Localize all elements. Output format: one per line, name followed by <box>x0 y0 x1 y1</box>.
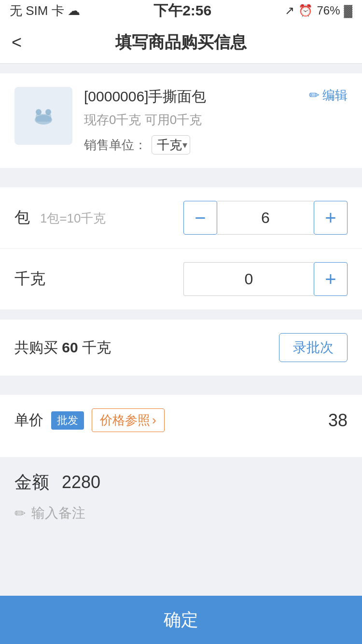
package-control: − + <box>183 201 348 235</box>
price-ref-button[interactable]: 价格参照 › <box>92 408 165 432</box>
content-spacer <box>0 532 362 596</box>
back-button[interactable]: < <box>12 32 22 53</box>
package-hint: 1包=10千克 <box>40 211 106 225</box>
status-bar: 无 SIM 卡 ☁ 下午2:56 ↗ ⏰ 76% ▓ <box>0 0 362 21</box>
status-time: 下午2:56 <box>153 1 211 21</box>
summary-section: 共购买 60 千克 录批次 <box>0 320 362 376</box>
alarm-icon: ⏰ <box>298 4 313 17</box>
status-right: ↗ ⏰ 76% ▓ <box>285 4 352 17</box>
summary-amount: 60 <box>62 339 78 355</box>
divider2 <box>0 376 362 385</box>
divider1 <box>0 168 362 178</box>
edit-icon: ✏ <box>309 88 320 103</box>
product-unit: 销售单位： 千克 包 <box>84 135 348 154</box>
product-stock: 现存0千克 可用0千克 <box>84 112 348 128</box>
page-title: 填写商品购买信息 <box>115 31 247 54</box>
kg-control: + <box>183 262 348 296</box>
amount-section: 金额 2280 ✏ 输入备注 <box>0 457 362 532</box>
price-row: 单价 批发 价格参照 › 38 <box>14 408 348 432</box>
kg-input[interactable] <box>183 262 314 296</box>
note-icon: ✏ <box>14 505 26 521</box>
unit-select-wrap[interactable]: 千克 包 <box>152 135 190 154</box>
product-thumbnail <box>14 87 72 145</box>
package-input[interactable] <box>217 201 314 235</box>
location-icon: ↗ <box>285 4 294 17</box>
note-placeholder: 输入备注 <box>31 504 85 522</box>
edit-label: 编辑 <box>322 87 348 104</box>
battery-level: 76% <box>317 4 340 17</box>
product-name: [0000006]手撕面包 <box>84 87 348 107</box>
summary-text: 共购买 60 千克 <box>14 338 111 358</box>
kg-label: 千克 <box>14 268 183 290</box>
batch-button[interactable]: 录批次 <box>279 333 348 362</box>
confirm-button[interactable]: 确定 <box>0 596 362 644</box>
price-section: 单价 批发 价格参照 › 38 <box>0 395 362 457</box>
svg-rect-3 <box>36 114 51 122</box>
amount-row: 金额 2280 <box>14 471 348 494</box>
product-info: [0000006]手撕面包 现存0千克 可用0千克 销售单位： 千克 包 <box>84 87 348 154</box>
sim-status: 无 SIM 卡 ☁ <box>10 2 80 19</box>
nav-bar: < 填写商品购买信息 <box>0 21 362 64</box>
unit-selector[interactable]: 千克 包 <box>152 135 190 154</box>
amount-value: 2280 <box>62 472 100 492</box>
amount-label: 金额 <box>14 472 49 492</box>
price-ref-arrow: › <box>152 413 156 428</box>
price-value: 38 <box>328 410 348 431</box>
package-decrement-button[interactable]: − <box>183 201 217 235</box>
quantity-section: 包 1包=10千克 − + 千克 + <box>0 187 362 310</box>
status-left: 无 SIM 卡 ☁ <box>10 2 80 19</box>
edit-button[interactable]: ✏ 编辑 <box>309 87 348 104</box>
price-label: 单价 <box>14 410 43 430</box>
note-row[interactable]: ✏ 输入备注 <box>14 504 348 522</box>
price-type-tag: 批发 <box>51 411 84 430</box>
kg-row: 千克 + <box>0 249 362 310</box>
price-ref-label: 价格参照 <box>100 412 150 429</box>
package-label: 包 1包=10千克 <box>14 207 183 228</box>
package-row: 包 1包=10千克 − + <box>0 187 362 249</box>
battery-icon: ▓ <box>344 4 353 17</box>
product-card: [0000006]手撕面包 现存0千克 可用0千克 销售单位： 千克 包 ✏ 编… <box>0 73 362 168</box>
package-increment-button[interactable]: + <box>314 201 348 235</box>
kg-increment-button[interactable]: + <box>314 262 348 296</box>
